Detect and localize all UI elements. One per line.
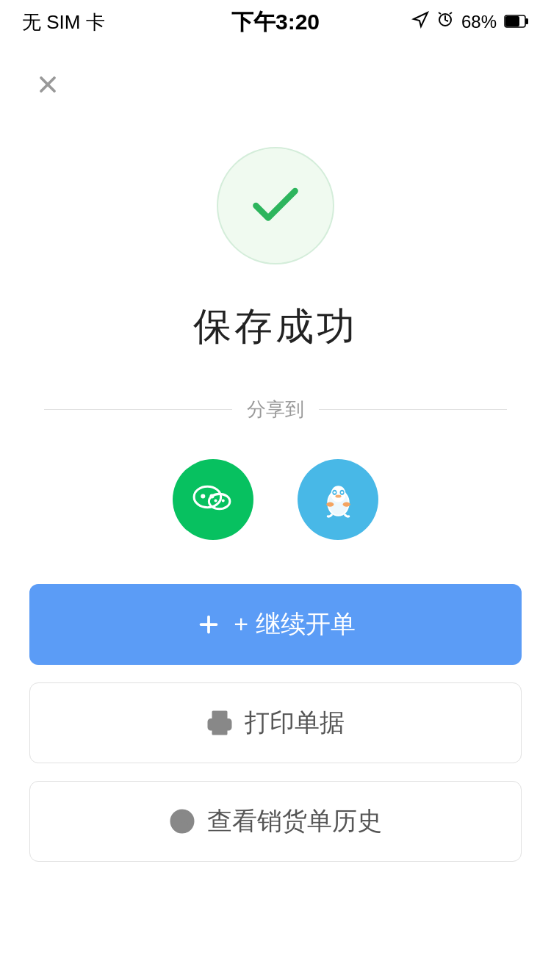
svg-rect-28 <box>213 725 226 734</box>
qq-share-button[interactable] <box>298 459 378 540</box>
svg-point-24 <box>326 502 334 506</box>
svg-point-23 <box>335 494 341 497</box>
share-divider: 分享到 <box>0 397 551 422</box>
history-label: 查看销货单历史 <box>207 804 382 838</box>
svg-point-22 <box>341 491 343 493</box>
history-button[interactable]: 查看销货单历史 <box>29 781 522 862</box>
svg-point-21 <box>333 491 335 493</box>
svg-point-14 <box>214 499 217 502</box>
share-section: 分享到 <box>0 397 551 540</box>
continue-order-label: + 继续开单 <box>234 608 355 641</box>
battery-icon <box>504 12 529 32</box>
svg-line-3 <box>439 12 441 14</box>
svg-line-4 <box>450 12 452 14</box>
success-section: 保存成功 <box>0 103 551 353</box>
continue-order-button[interactable]: + 继续开单 <box>29 584 522 665</box>
actions-section: + 继续开单 打印单据 查看销货单历史 <box>0 540 551 862</box>
share-icons <box>173 459 378 540</box>
close-button[interactable] <box>29 66 66 103</box>
wechat-share-button[interactable] <box>173 459 253 540</box>
divider-line-right <box>319 409 507 410</box>
svg-rect-6 <box>525 18 528 24</box>
status-left: 无 SIM 卡 <box>22 10 112 35</box>
svg-point-25 <box>342 502 350 506</box>
svg-point-11 <box>201 494 205 498</box>
success-circle <box>217 147 334 264</box>
location-icon <box>411 11 429 33</box>
svg-point-15 <box>221 499 224 502</box>
svg-marker-1 <box>414 12 428 26</box>
success-title: 保存成功 <box>193 301 358 353</box>
svg-point-10 <box>194 486 221 507</box>
alarm-icon <box>436 11 454 33</box>
no-sim-text: 无 SIM 卡 <box>22 10 105 35</box>
close-area <box>0 44 551 103</box>
status-right: 68% <box>411 11 529 33</box>
divider-line-left <box>44 409 232 410</box>
svg-rect-7 <box>505 16 519 26</box>
print-label: 打印单据 <box>245 706 345 740</box>
status-bar: 无 SIM 卡 下午3:20 68% <box>0 0 551 44</box>
print-button[interactable]: 打印单据 <box>29 682 522 763</box>
status-time: 下午3:20 <box>231 7 320 37</box>
battery-text: 68% <box>461 12 497 32</box>
share-label: 分享到 <box>247 397 304 422</box>
